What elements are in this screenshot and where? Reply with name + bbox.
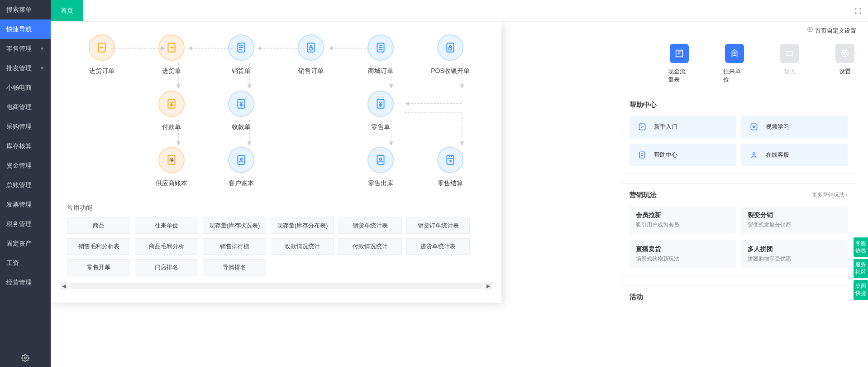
sidebar-item-5[interactable]: 电商管理 [0,97,51,117]
quick-shortcut-3[interactable]: 设置 [834,44,856,76]
common-fn-0[interactable]: 商品 [67,217,130,234]
svg-rect-16 [310,48,313,50]
scroll-track[interactable] [69,283,483,289]
sidebar-item-13[interactable]: 工资 [0,253,51,273]
common-fn-13[interactable]: 门店排名 [135,259,198,275]
flow-node-7[interactable]: 收款单 [207,91,275,145]
horizontal-scrollbar[interactable]: ◀ ▶ [60,282,492,290]
common-fn-6[interactable]: 销售毛利分析表 [67,238,130,255]
common-fn-3[interactable]: 现存量(库存分布表) [271,217,334,234]
svg-point-30 [810,29,811,30]
flow-node-label: 零售结算 [438,179,463,188]
sidebar-item-10[interactable]: 发票管理 [0,195,51,214]
sidebar-item-label: 发票管理 [6,201,32,209]
flow-node-8[interactable]: 零售单 [347,91,415,145]
quick-shortcut-2[interactable]: 暂无 [778,44,801,76]
sidebar-item-0[interactable]: 搜索菜单 [0,0,51,19]
flow-node-11[interactable]: 零售出库 [347,147,415,201]
float-tag-1[interactable]: 服务社区 [854,259,868,278]
sidebar-item-9[interactable]: 总账管理 [0,175,51,195]
help-item-0[interactable]: 新手入门 [630,116,736,138]
doc-list-icon [367,34,394,61]
marketing-item-3[interactable]: 多人拼团拼团购物享受优惠 [741,240,848,268]
common-fn-1[interactable]: 往来单位 [135,217,198,234]
svg-point-34 [842,50,849,57]
marketing-item-0[interactable]: 会员拉新吸引用户成为会员 [630,206,736,234]
sidebar-item-12[interactable]: 固定资产 [0,234,51,253]
help-item-2[interactable]: 帮助中心 [630,144,736,166]
fullscreen-button[interactable] [848,0,868,21]
float-tag-2[interactable]: 桌面快捷 [854,280,868,299]
flow-node-label: 销货单 [232,67,251,75]
flow-node-1[interactable]: 进货单 [138,34,205,89]
help-item-1[interactable]: 视频学习 [741,116,848,138]
homepage-custom-settings[interactable]: 首页自定义设置 [807,26,856,35]
common-fn-2[interactable]: 现存量(库存状况表) [203,217,266,234]
flow-node-10[interactable]: 客户账本 [207,147,275,201]
mkt-title: 多人拼团 [748,245,841,253]
quick-shortcut-1[interactable]: 往来单位 [723,44,746,84]
help-item-3[interactable]: 在线客服 [741,144,848,166]
common-fn-7[interactable]: 商品毛利分析 [135,238,198,255]
flow-node-5[interactable]: POS收银开单 [416,34,484,89]
common-fn-12[interactable]: 零售开单 [67,259,130,275]
sidebar-item-2[interactable]: 零售管理▼ [0,39,51,58]
common-fn-10[interactable]: 付款情况统计 [339,238,402,255]
help-icon [749,121,759,132]
mkt-desc: 裂变式发展分销商 [748,221,841,229]
common-fn-9[interactable]: 收款情况统计 [271,238,334,255]
help-icon [637,150,648,160]
doc-yen-icon [228,91,254,117]
flow-node-label: 客户账本 [229,179,254,188]
flow-node-label: 付款单 [162,123,181,131]
flow-node-0[interactable]: 进货订单 [68,34,136,89]
gear-icon [21,354,29,362]
flow-node-9[interactable]: 供供应商账本 [138,147,205,201]
main: 首页 [51,0,868,367]
sidebar-item-label: 批发管理 [6,64,32,72]
sidebar-item-6[interactable]: 采购管理 [0,117,51,136]
float-tag-0[interactable]: 客服热线 [854,237,868,257]
sidebar-item-label: 经营管理 [6,279,32,287]
flow-node-4[interactable]: 商城订单 [347,34,415,89]
mkt-desc: 吸引用户成为会员 [636,221,730,229]
sidebar-item-14[interactable]: 经营管理 [0,273,51,292]
common-fn-8[interactable]: 销售排行榜 [203,238,266,255]
flow-node-2[interactable]: 销货单 [207,34,275,89]
doc-lock-icon [298,34,324,61]
sidebar-item-label: 库存核算 [6,142,32,150]
common-fn-11[interactable]: 进货单统计表 [406,238,470,255]
tab-home[interactable]: 首页 [51,0,83,21]
scroll-left-button[interactable]: ◀ [60,282,68,290]
sidebar-item-8[interactable]: 资金管理 [0,156,51,175]
common-fn-5[interactable]: 销货订单统计表 [406,217,470,234]
shortcut-icon [725,44,744,63]
sidebar-item-4[interactable]: 小畅电商 [0,78,51,97]
flow-node-label: 零售单 [371,123,390,131]
help-label: 在线客服 [766,151,789,159]
scroll-right-button[interactable]: ▶ [484,282,492,290]
marketing-more[interactable]: 更多营销玩法 › [812,191,848,199]
sidebar-settings[interactable] [0,349,51,367]
flow-node-6[interactable]: 付款单 [138,91,205,145]
shortcut-icon [780,44,799,63]
marketing-item-1[interactable]: 裂变分销裂变式发展分销商 [741,206,848,234]
flow-node-label: POS收银开单 [431,67,470,75]
flow-node-12[interactable]: 零售结算 [416,147,484,201]
quick-shortcut-0[interactable]: 现金流量表 [668,44,691,84]
sidebar-item-1[interactable]: 快捷导航 [0,19,51,39]
chevron-down-icon: ▼ [40,46,44,51]
doc-lock-icon [437,34,463,61]
sidebar-item-3[interactable]: 批发管理▼ [0,58,51,78]
common-fn-14[interactable]: 导购排名 [203,259,266,275]
sidebar-item-11[interactable]: 税务管理 [0,214,51,234]
svg-point-28 [380,158,382,160]
marketing-title: 营销玩法 [630,191,657,199]
marketing-item-2[interactable]: 直播卖货场景式购物新玩法 [630,240,736,268]
common-fn-4[interactable]: 销货单统计表 [339,217,402,234]
doc-check-icon [228,34,254,61]
chevron-down-icon: ▼ [40,66,44,71]
flow-node-3[interactable]: 销售订单 [277,34,345,89]
sidebar-item-label: 税务管理 [6,220,32,228]
sidebar-item-7[interactable]: 库存核算 [0,136,51,156]
